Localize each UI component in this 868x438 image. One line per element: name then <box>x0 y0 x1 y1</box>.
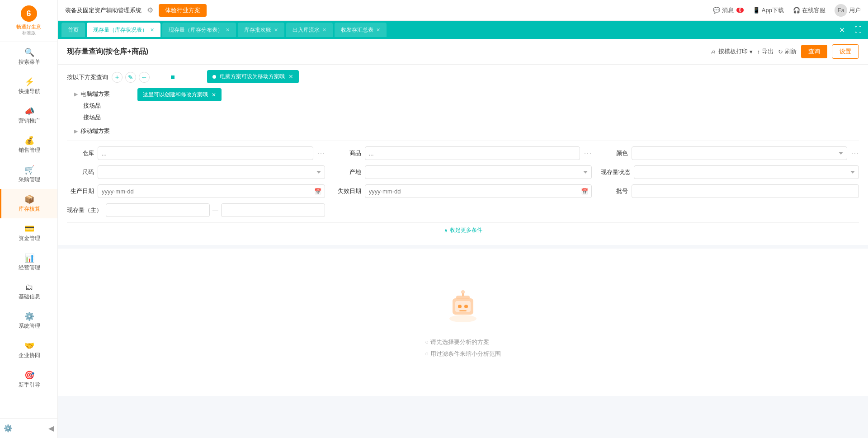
prod-date-input-wrap: 📅 <box>98 184 325 198</box>
prod-date-input[interactable] <box>98 184 325 198</box>
sidebar-item-inventory[interactable]: 📦 库存核算 <box>0 189 57 218</box>
collapse-bar[interactable]: ∧ 收起更多条件 <box>67 222 859 238</box>
size-select[interactable] <box>98 165 325 179</box>
svg-point-3 <box>458 305 462 308</box>
sidebar-item-purchase[interactable]: 🛒 采购管理 <box>0 160 57 189</box>
system-name: 装备及固定资产辅助管理系统 <box>65 6 142 14</box>
prev-scheme-btn[interactable]: ← <box>139 72 150 83</box>
filter-color: 颜色 ⋯ <box>601 146 859 160</box>
tabbar-right-actions: ✕ ⛶ <box>835 24 864 36</box>
search-btn[interactable]: 查询 <box>801 45 827 58</box>
tooltip2-close-btn[interactable]: ✕ <box>212 92 216 98</box>
tab-close-in-out-flow[interactable]: ✕ <box>322 27 326 33</box>
filter-stock-status: 现存量状态 <box>601 165 859 179</box>
topbar-left: 装备及固定资产辅助管理系统 ⚙ 体验行业方案 <box>65 4 207 17</box>
app-name: 畅通好生意 <box>16 24 41 30</box>
sidebar-item-enterprise[interactable]: 🤝 企业协同 <box>0 335 57 365</box>
logo-icon: 6 <box>21 5 37 22</box>
arrow-icon2: ▶ <box>74 128 78 134</box>
main-area: 装备及固定资产辅助管理系统 ⚙ 体验行业方案 💬 消息 6 📱 App下载 🎧 … <box>58 0 868 438</box>
tab-close-batch-account[interactable]: ✕ <box>274 27 278 33</box>
app-download-btn[interactable]: 📱 App下载 <box>753 6 784 14</box>
sidebar-item-sales[interactable]: 💰 销售管理 <box>0 130 57 160</box>
color-more-btn[interactable]: ⋯ <box>851 148 859 158</box>
scheme-mobile[interactable]: ▶ 移动端方案 <box>74 125 859 137</box>
reset-btn[interactable]: 设置 <box>832 44 859 59</box>
scheme-desktop-items: 接场品 接场品 <box>83 100 859 123</box>
range-separator: — <box>212 207 218 214</box>
tab-batch-account[interactable]: 库存批次账 ✕ <box>238 23 284 37</box>
filter-expiry-date: 失效日期 📅 <box>334 184 592 198</box>
add-scheme-btn[interactable]: ＋ <box>112 72 123 83</box>
stock-status-select[interactable] <box>634 165 859 179</box>
scheme-desktop-item1[interactable]: 接场品 <box>83 100 859 112</box>
filter-origin: 产地 <box>334 165 592 179</box>
expiry-date-cal-icon[interactable]: 📅 <box>581 188 588 195</box>
print-btn[interactable]: 🖨 按模板打印 ▾ <box>711 47 753 56</box>
message-btn[interactable]: 💬 消息 6 <box>713 6 744 14</box>
svg-point-0 <box>449 315 476 322</box>
tab-close-inventory-status[interactable]: ✕ <box>150 27 154 33</box>
prod-date-cal-icon[interactable]: 📅 <box>314 188 321 195</box>
filter-goods: 商品 ⋯ <box>334 146 592 160</box>
tab-home[interactable]: 首页 <box>61 23 85 37</box>
filter-row-1: 仓库 ⋯ 商品 ⋯ 颜色 ⋯ <box>67 146 859 160</box>
warehouse-more-btn[interactable]: ⋯ <box>317 148 325 158</box>
goods-more-btn[interactable]: ⋯ <box>584 148 592 158</box>
empty-state: 请先选择要分析的方案 用过滤条件来缩小分析范围 <box>58 249 868 396</box>
topbar-gear-icon[interactable]: ⚙ <box>147 6 153 14</box>
online-support-btn[interactable]: 🎧 在线客服 <box>793 6 826 14</box>
sidebar-bottom: ⚙️ ◀ <box>0 418 57 438</box>
edit-scheme-btn[interactable]: ✎ <box>125 72 136 83</box>
tab-close-inventory-dist[interactable]: ✕ <box>226 27 230 33</box>
sidebar-item-marketing[interactable]: 📣 营销推广 <box>0 101 57 130</box>
scheme-desktop-item2[interactable]: 接场品 <box>83 112 859 123</box>
filter-row-2: 尺码 产地 现存量状态 <box>67 165 859 179</box>
color-select[interactable] <box>632 146 847 160</box>
print-icon: 🖨 <box>711 48 717 55</box>
goods-input[interactable] <box>365 146 580 160</box>
batch-input[interactable] <box>632 184 859 198</box>
sidebar-item-operations[interactable]: 📊 经营管理 <box>0 248 57 277</box>
scheme-tree: ▶ 电脑端方案 接场品 接场品 这里可以创建和修改方案哦 ✕ <box>74 88 859 137</box>
tab-close-receive-summary[interactable]: ✕ <box>376 27 380 33</box>
empty-tip-2: 用过滤条件来缩小分析范围 <box>425 348 500 360</box>
sidebar-item-search[interactable]: 🔍 搜索菜单 <box>0 42 57 71</box>
stock-main-max[interactable] <box>221 203 325 217</box>
filter-section: 按以下方案查询 ＋ ✎ ← 电脑方案可设为移动方案哦 ✕ <box>58 65 868 245</box>
message-badge: 6 <box>736 8 744 13</box>
sidebar-item-guide[interactable]: 🎯 新手引导 <box>0 365 57 394</box>
avatar: Ea <box>835 4 847 17</box>
sidebar-settings-btn[interactable]: ⚙️ <box>4 424 13 433</box>
stock-main-min[interactable] <box>106 203 210 217</box>
expiry-date-input[interactable] <box>365 184 592 198</box>
tab-inventory-status[interactable]: 现存量（库存状况表） ✕ <box>87 23 160 37</box>
tab-receive-summary[interactable]: 收发存汇总表 ✕ <box>335 23 387 37</box>
warehouse-input[interactable] <box>98 146 313 160</box>
tab-in-out-flow[interactable]: 出入库流水 ✕ <box>286 23 333 37</box>
export-icon: ↑ <box>757 48 760 55</box>
tooltip1-close-btn[interactable]: ✕ <box>288 73 293 80</box>
sidebar-collapse-btn[interactable]: ◀ <box>48 424 54 433</box>
filter-warehouse: 仓库 ⋯ <box>67 146 325 160</box>
refresh-btn[interactable]: ↻ 刷新 <box>778 47 797 56</box>
export-btn[interactable]: ↑ 导出 <box>757 47 774 56</box>
size-label: 尺码 <box>67 168 94 176</box>
origin-select[interactable] <box>365 165 592 179</box>
sidebar-item-basic[interactable]: 🗂 基础信息 <box>0 277 57 306</box>
phone-icon: 📱 <box>753 7 760 14</box>
expand-btn[interactable]: ⛶ <box>852 24 864 36</box>
tab-inventory-dist[interactable]: 现存量（库存分布表） ✕ <box>162 23 236 37</box>
empty-tip-1: 请先选择要分析的方案 <box>425 336 500 348</box>
tabbar: 首页 现存量（库存状况表） ✕ 现存量（库存分布表） ✕ 库存批次账 ✕ 出入库… <box>58 21 868 39</box>
expiry-date-label: 失效日期 <box>334 187 361 195</box>
connector-dots <box>171 75 175 79</box>
user-menu-btn[interactable]: Ea 用户 <box>835 4 861 17</box>
sidebar-item-finance[interactable]: 💳 资金管理 <box>0 218 57 248</box>
sidebar-item-system[interactable]: ⚙️ 系统管理 <box>0 306 57 335</box>
close-all-tabs-btn[interactable]: ✕ <box>835 24 848 36</box>
sidebar-item-quick[interactable]: ⚡ 快捷导航 <box>0 71 57 101</box>
trial-btn[interactable]: 体验行业方案 <box>159 4 207 17</box>
sidebar-nav: 🔍 搜索菜单 ⚡ 快捷导航 📣 营销推广 💰 销售管理 🛒 采购管理 📦 库存核… <box>0 42 57 418</box>
filter-stock-main: 现存量（主） — <box>67 203 325 217</box>
